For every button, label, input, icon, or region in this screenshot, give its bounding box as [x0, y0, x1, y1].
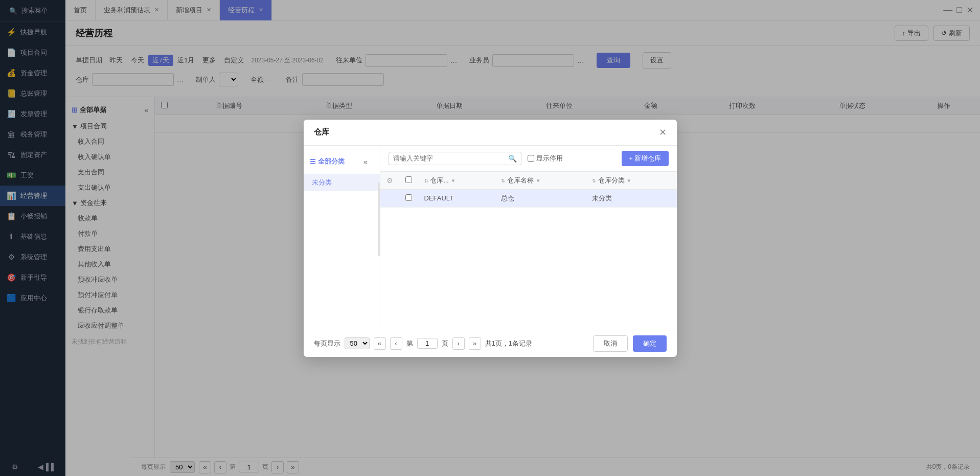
- dialog-left-header: ☰ 全部分类 «: [304, 150, 380, 174]
- dialog-left-panel: ☰ 全部分类 « 未分类: [304, 146, 380, 330]
- filter-icon-name: ▼: [536, 178, 541, 184]
- confirm-button[interactable]: 确定: [633, 335, 667, 352]
- dialog-next-page-btn[interactable]: ›: [452, 337, 465, 350]
- sort-icon-name: ⇅: [501, 178, 505, 184]
- dialog-toolbar: 🔍 显示停用 + 新增仓库: [380, 146, 677, 172]
- dialog-row-gear: [380, 189, 399, 207]
- dialog-row-name: 总仓: [495, 189, 586, 207]
- dialog-total-info: 共1页，1条记录: [485, 339, 532, 348]
- show-disabled-checkbox-label[interactable]: 显示停用: [528, 154, 563, 163]
- warehouse-dialog: 仓库 ✕ ☰ 全部分类 « 未分类 🔍 显示停用: [304, 120, 677, 357]
- filter-icon: ▼: [451, 178, 456, 184]
- dialog-last-page-btn[interactable]: »: [469, 337, 481, 350]
- cancel-button[interactable]: 取消: [593, 335, 628, 352]
- search-icon: 🔍: [508, 154, 517, 163]
- dialog-page-suffix: 页: [442, 339, 448, 348]
- dialog-row-code: DEFAULT: [418, 189, 495, 207]
- dialog-title: 仓库: [314, 127, 659, 137]
- dialog-footer-left: 每页显示 50 « ‹ 第 页 › » 共1页，1条记录: [314, 337, 593, 350]
- dialog-th-check: [399, 172, 418, 190]
- dialog-row-category: 未分类: [586, 189, 677, 207]
- dialog-table-wrap: ⚙ ⇅ 仓库... ▼ ⇅: [380, 172, 677, 330]
- dialog-page-input[interactable]: [417, 338, 438, 349]
- dialog-th-category: ⇅ 仓库分类 ▼: [586, 172, 677, 190]
- dialog-th-gear: ⚙: [380, 172, 399, 190]
- sort-icon: ⇅: [424, 178, 428, 184]
- dialog-th-code: ⇅ 仓库... ▼: [418, 172, 495, 190]
- dialog-th-name: ⇅ 仓库名称 ▼: [495, 172, 586, 190]
- dialog-close-icon[interactable]: ✕: [659, 127, 667, 138]
- dialog-footer-right: 取消 确定: [593, 335, 667, 352]
- collapse-left-btn[interactable]: «: [357, 154, 373, 170]
- add-warehouse-button[interactable]: + 新增仓库: [622, 151, 668, 166]
- dialog-th-code-label: 仓库...: [430, 176, 449, 184]
- dialog-body: ☰ 全部分类 « 未分类 🔍 显示停用 + 新增仓库: [304, 146, 677, 330]
- dialog-left-scrollbar[interactable]: [378, 183, 380, 256]
- show-disabled-label: 显示停用: [536, 154, 563, 163]
- all-categories-label[interactable]: 全部分类: [318, 157, 345, 166]
- sort-icon-cat: ⇅: [592, 178, 596, 184]
- dialog-per-page-label: 每页显示: [314, 339, 340, 348]
- dialog-th-name-label: 仓库名称: [507, 176, 534, 184]
- dialog-footer: 每页显示 50 « ‹ 第 页 › » 共1页，1条记录 取消 确定: [304, 330, 677, 357]
- dialog-table-row[interactable]: DEFAULT 总仓 未分类: [380, 189, 677, 207]
- dialog-select-all-checkbox[interactable]: [405, 176, 412, 183]
- gear-icon[interactable]: ⚙: [386, 176, 393, 185]
- dialog-prev-page-btn[interactable]: ‹: [390, 337, 402, 350]
- dialog-row-checkbox[interactable]: [405, 194, 412, 201]
- dialog-row-check: [399, 189, 418, 207]
- dialog-page-label: 第: [406, 339, 413, 348]
- filter-icon-cat: ▼: [626, 178, 631, 184]
- dialog-per-page-select[interactable]: 50: [345, 337, 370, 349]
- dialog-search-input[interactable]: [393, 154, 508, 162]
- dialog-header: 仓库 ✕: [304, 120, 677, 146]
- all-categories-icon: ☰: [310, 158, 316, 166]
- dialog-table: ⚙ ⇅ 仓库... ▼ ⇅: [380, 172, 677, 208]
- dialog-left-unclassified[interactable]: 未分类: [304, 174, 380, 191]
- dialog-right-panel: 🔍 显示停用 + 新增仓库 ⚙: [380, 146, 677, 330]
- dialog-search-box: 🔍: [389, 152, 521, 165]
- show-disabled-checkbox[interactable]: [528, 155, 534, 162]
- dialog-th-category-label: 仓库分类: [598, 176, 625, 184]
- dialog-first-page-btn[interactable]: «: [374, 337, 386, 350]
